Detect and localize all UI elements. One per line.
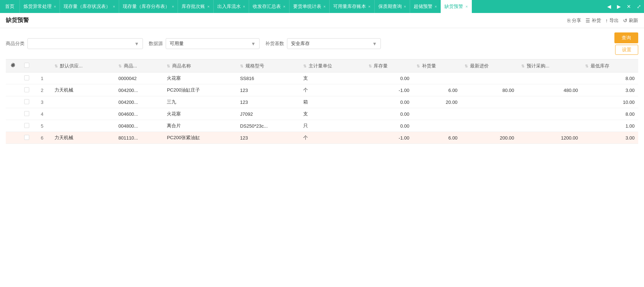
tab-expand-button[interactable]: ⤢ [634, 0, 644, 13]
tab-expiry-close[interactable]: × [404, 4, 406, 9]
tab-exception-close[interactable]: × [54, 4, 56, 9]
td-check-3[interactable] [20, 108, 33, 120]
td-replenish-3 [413, 108, 461, 120]
td-stock-1: -1.00 [365, 84, 413, 96]
th-spec[interactable]: ⇅ 规格型号 [236, 59, 300, 72]
th-goods-name-label: 商品名称 [172, 63, 191, 69]
td-check-2[interactable] [20, 96, 33, 108]
tab-stock-dist-label: 现存量（库存分布表） [123, 3, 170, 10]
tab-shortage-close[interactable]: × [465, 4, 467, 9]
share-button[interactable]: ⎘ 分享 [567, 17, 581, 24]
tab-stock-dist-close[interactable]: × [172, 4, 174, 9]
row-checkbox-0[interactable] [24, 75, 29, 80]
sort-icon-est-purchase: ⇅ [521, 64, 525, 68]
query-button[interactable]: 查询 [614, 32, 638, 43]
replenish-button[interactable]: ☰ 补货 [586, 17, 601, 24]
td-check-4[interactable] [20, 120, 33, 132]
tab-order-stat-close[interactable]: × [323, 4, 326, 9]
refresh-label: 刷新 [629, 17, 638, 24]
th-settings[interactable] [6, 59, 20, 72]
tab-exception[interactable]: 炼货异常处理 × [20, 0, 60, 13]
tab-recv-total-close[interactable]: × [283, 4, 285, 9]
tab-batch[interactable]: 库存批次账 × [178, 0, 213, 13]
th-supplier[interactable]: ⇅ 默认供应... [51, 59, 115, 72]
table-row: 3 004200... 三九 123 箱 0.00 20.00 10.00 [6, 96, 638, 108]
th-min-stock[interactable]: ⇅ 最低库存 [582, 59, 638, 72]
header-actions: ⎘ 分享 ☰ 补货 ↑ 导出 ↺ 刷新 [567, 17, 638, 24]
tab-inout-flow[interactable]: 出入库流水 × [214, 0, 249, 13]
td-spec-2: 123 [236, 96, 300, 108]
sort-icon-supplier: ⇅ [55, 64, 58, 68]
th-goods-code-label: 商品... [124, 63, 137, 69]
th-stock-label: 库存量 [374, 63, 388, 69]
tab-recv-total[interactable]: 收发存汇总表 × [249, 0, 289, 13]
filter-area: 商品分类 ▼ 数据源 可用量 ▼ 补货基数 安全库存 ▼ 查询 设置 [0, 28, 644, 59]
td-stock-2: 0.00 [365, 96, 413, 108]
tab-stock-status-label: 现存量（库存状况表） [64, 3, 110, 10]
export-icon: ↑ [605, 18, 608, 23]
filter-replenish-group: 补货基数 安全库存 ▼ [265, 38, 381, 49]
settings-button[interactable]: 设置 [615, 45, 638, 55]
th-unit[interactable]: ⇅ 主计量单位 [300, 59, 365, 72]
tab-shortage[interactable]: 缺货预警 × [441, 0, 471, 13]
td-rownum-0: 1 [33, 72, 51, 84]
tab-avail-ledger[interactable]: 可用量库存账本 × [330, 0, 374, 13]
tab-batch-close[interactable]: × [207, 4, 209, 9]
th-stock[interactable]: ⇅ 库存量 [365, 59, 413, 72]
tab-overstock-close[interactable]: × [435, 4, 437, 9]
tab-exception-label: 炼货异常处理 [23, 3, 52, 10]
tab-stock-dist[interactable]: 现存量（库存分布表） × [119, 0, 178, 13]
tab-expiry[interactable]: 保质期查询 × [375, 0, 410, 13]
tab-next-button[interactable]: ▶ [614, 0, 624, 13]
page-title: 缺货预警 [6, 17, 567, 24]
tab-inout-flow-close[interactable]: × [243, 4, 245, 9]
filter-datasource-select[interactable]: 可用量 ▼ [166, 38, 260, 49]
td-replenish-1: 6.00 [413, 84, 461, 96]
row-checkbox-3[interactable] [24, 111, 29, 116]
th-replenish[interactable]: ⇅ 补货量 [413, 59, 461, 72]
tab-stock-status-close[interactable]: × [113, 4, 115, 9]
row-checkbox-2[interactable] [24, 99, 29, 104]
tab-batch-label: 库存批次账 [182, 3, 205, 10]
th-est-purchase[interactable]: ⇅ 预计采购... [518, 59, 582, 72]
row-checkbox-5[interactable] [24, 135, 29, 140]
refresh-button[interactable]: ↺ 刷新 [623, 17, 638, 24]
tab-prev-button[interactable]: ◀ [604, 0, 614, 13]
td-goods-name-3: 火花塞 [163, 108, 236, 120]
select-all-checkbox[interactable] [24, 63, 29, 68]
export-button[interactable]: ↑ 导出 [605, 17, 619, 24]
td-check-5[interactable] [20, 132, 33, 144]
filter-replenish-select[interactable]: 安全库存 ▼ [287, 38, 381, 49]
td-stock-0: 0.00 [365, 72, 413, 84]
row-checkbox-1[interactable] [24, 87, 29, 92]
replenish-icon: ☰ [586, 18, 590, 23]
tab-overstock[interactable]: 超储预警 × [410, 0, 441, 13]
td-latest-price-4 [461, 120, 518, 132]
tab-close-all-button[interactable]: ✕ [624, 0, 634, 13]
th-goods-name[interactable]: ⇅ 商品名称 [163, 59, 236, 72]
row-checkbox-4[interactable] [24, 123, 29, 128]
th-latest-price[interactable]: ⇅ 最新进价 [461, 59, 518, 72]
tab-home-label: 首页 [5, 3, 14, 10]
th-goods-code[interactable]: ⇅ 商品... [115, 59, 163, 72]
td-rownum-4: 5 [33, 120, 51, 132]
th-replenish-label: 补货量 [422, 63, 436, 69]
tab-stock-status[interactable]: 现存量（库存状况表） × [60, 0, 119, 13]
td-settings-1 [6, 84, 20, 96]
filter-category-select[interactable]: ▼ [27, 38, 143, 49]
tab-order-stat[interactable]: 要货单统计表 × [290, 0, 330, 13]
tab-expiry-label: 保质期查询 [378, 3, 402, 10]
table-row: 6 力天机械 801110... PC200张紧油缸 123 个 -1.00 6… [6, 132, 638, 144]
tab-overstock-label: 超储预警 [414, 3, 432, 10]
td-goods-name-2: 三九 [163, 96, 236, 108]
td-goods-code-2: 004200... [115, 96, 163, 108]
filter-category-group: 商品分类 ▼ [6, 38, 143, 49]
share-label: 分享 [572, 17, 581, 24]
tab-avail-ledger-close[interactable]: × [368, 4, 370, 9]
tab-home[interactable]: 首页 [0, 0, 20, 13]
sort-icon-unit: ⇅ [303, 64, 306, 68]
td-check-1[interactable] [20, 84, 33, 96]
td-check-0[interactable] [20, 72, 33, 84]
td-spec-1: 123 [236, 84, 300, 96]
th-check[interactable] [20, 59, 33, 72]
